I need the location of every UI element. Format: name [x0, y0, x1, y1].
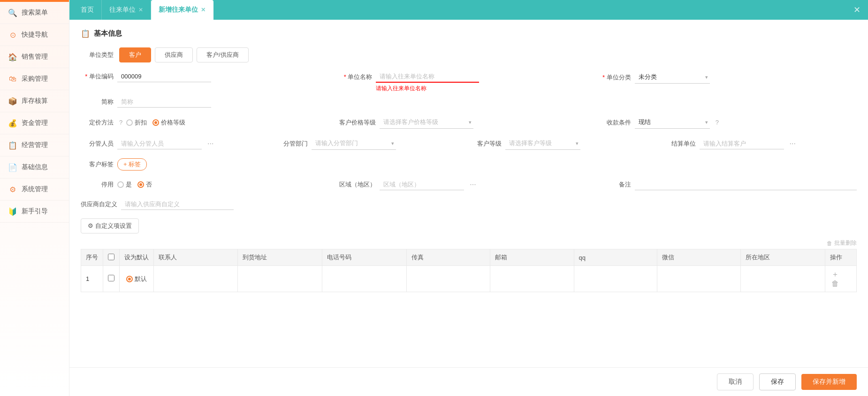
inventory-icon: 📦 [8, 96, 18, 106]
remark-input[interactable] [635, 179, 857, 190]
row-contact-input[interactable] [159, 275, 233, 282]
unit-category-cell: 单位分类 未分类 ▾ [598, 71, 857, 84]
row-address-input[interactable] [243, 275, 317, 282]
save-button[interactable]: 保存 [759, 373, 796, 390]
chevron-down-icon4: ▾ [391, 140, 394, 147]
col-fax: 传真 [407, 249, 490, 266]
disabled-radio-no[interactable]: 否 [137, 180, 152, 189]
sidebar-item-label: 资金管理 [22, 119, 48, 127]
pricing-radio-discount[interactable]: 折扣 [126, 118, 147, 127]
row-region-input[interactable] [746, 275, 820, 282]
customer-price-select[interactable]: 请选择客户价格等级 ▾ [380, 116, 473, 129]
sidebar-item-sales[interactable]: 🏠 销售管理 [0, 46, 69, 68]
custom-settings-button[interactable]: ⚙ 自定义项设置 [81, 218, 139, 233]
row-action-cell: ＋ 🗑 [825, 266, 856, 292]
tab-newpartner-close[interactable]: ✕ [201, 7, 206, 13]
row-delete-btn[interactable]: 🗑 [831, 280, 839, 287]
region-input[interactable] [380, 179, 464, 190]
settlement-input[interactable] [700, 138, 784, 149]
region-label: 区域（地区） [339, 180, 376, 189]
row-address[interactable] [238, 266, 322, 292]
unit-name-cell: 单位名称 请输入往来单位名称 [339, 71, 598, 93]
row-qq[interactable] [574, 266, 657, 292]
type-buttons-group: 客户 供应商 客户/供应商 [119, 47, 249, 62]
unit-name-input[interactable] [376, 71, 479, 83]
supplier-custom-input[interactable] [121, 199, 234, 210]
tag-label: 客户标签 [81, 160, 114, 169]
type-btn-customer[interactable]: 客户 [119, 47, 151, 62]
sidebar-item-newbie[interactable]: 🔰 新手引导 [0, 201, 69, 223]
payment-question-icon[interactable]: ? [716, 119, 719, 126]
row-default-label: 默认 [135, 275, 147, 283]
trash-icon: 🗑 [827, 240, 832, 247]
unit-type-label: 单位类型 [81, 51, 114, 59]
chevron-down-icon2: ▾ [469, 119, 472, 125]
sidebar-item-quicknav[interactable]: ⊙ 快捷导航 [0, 24, 69, 46]
sidebar-item-basicinfo[interactable]: 📄 基础信息 [0, 156, 69, 179]
pricing-question-icon[interactable]: ? [119, 119, 122, 126]
chevron-down-icon5: ▾ [576, 140, 579, 147]
row-contact[interactable] [154, 266, 238, 292]
col-checkbox [103, 249, 120, 266]
tab-newpartner-label: 新增往来单位 [159, 6, 198, 14]
tag-row: 客户标签 + 标签 [81, 158, 857, 171]
row-checkbox[interactable] [108, 275, 114, 281]
region-more-btn[interactable]: ··· [468, 180, 478, 189]
sidebar-item-purchase[interactable]: 🛍 采购管理 [0, 68, 69, 90]
customer-level-select[interactable]: 请选择客户等级 ▾ [505, 137, 580, 150]
row-fax[interactable] [407, 266, 490, 292]
sidebar-item-operations[interactable]: 📋 经营管理 [0, 134, 69, 156]
unit-code-input[interactable] [117, 71, 211, 82]
disabled-radio-yes-label: 是 [126, 180, 132, 189]
manager-cell: 分管人员 ··· [81, 138, 275, 149]
manager-input[interactable] [117, 138, 202, 149]
tab-home-label: 首页 [81, 6, 94, 14]
type-btn-both[interactable]: 客户/供应商 [197, 47, 249, 62]
cancel-button[interactable]: 取消 [717, 373, 754, 390]
close-all-button[interactable]: ✕ [853, 5, 860, 15]
type-btn-supplier[interactable]: 供应商 [155, 47, 193, 62]
row-email-input[interactable] [495, 275, 569, 282]
save-new-button[interactable]: 保存并新增 [801, 374, 857, 390]
tab-partner-close[interactable]: ✕ [138, 7, 143, 13]
manager-more-btn[interactable]: ··· [206, 140, 215, 148]
tag-cell: 客户标签 + 标签 [81, 158, 857, 171]
row-phone[interactable] [322, 266, 407, 292]
row-default-radio[interactable]: 默认 [124, 275, 149, 283]
abbr-input[interactable] [117, 96, 211, 108]
settlement-cell: 结算单位 ··· [663, 138, 857, 149]
row-checkbox-cell [103, 266, 120, 292]
table-select-all[interactable] [108, 254, 114, 260]
sidebar-item-search[interactable]: 🔍 搜索菜单 [0, 2, 69, 24]
pricing-method-cell: 定价方法 ? 折扣 价格等级 [81, 118, 339, 127]
sidebar-item-finance[interactable]: 💰 资金管理 [0, 112, 69, 134]
pricing-row: 定价方法 ? 折扣 价格等级 客户价格等级 请选择客户价格等级 [81, 116, 857, 129]
row-region[interactable] [740, 266, 825, 292]
row-qq-input[interactable] [579, 275, 652, 282]
row-add-btn[interactable]: ＋ [831, 270, 839, 278]
row-fax-input[interactable] [411, 275, 485, 282]
row-email[interactable] [490, 266, 574, 292]
form-content: 📋 基本信息 单位类型 客户 供应商 客户/供应商 单位编码 单位名 [69, 20, 868, 367]
tab-newpartner[interactable]: 新增往来单位 ✕ [151, 0, 213, 20]
disabled-radio-yes[interactable]: 是 [117, 180, 132, 189]
tag-add-button[interactable]: + 标签 [117, 158, 147, 171]
sidebar-item-system[interactable]: ⚙ 系统管理 [0, 179, 69, 201]
row-wechat[interactable] [657, 266, 740, 292]
pricing-radio-discount-label: 折扣 [135, 118, 147, 127]
unit-category-select[interactable]: 未分类 ▾ [635, 71, 710, 84]
sidebar-item-label: 系统管理 [22, 185, 48, 194]
batch-delete-label[interactable]: 批量删除 [834, 239, 857, 247]
row-wechat-input[interactable] [662, 275, 736, 282]
settlement-more-btn[interactable]: ··· [788, 140, 798, 148]
supplier-custom-label: 供应商自定义 [81, 200, 117, 209]
dept-select[interactable]: 请输入分管部门 ▾ [312, 137, 396, 150]
disabled-radio-no-label: 否 [146, 180, 152, 189]
pricing-radio-level[interactable]: 价格等级 [152, 118, 185, 127]
tab-home[interactable]: 首页 [73, 0, 102, 20]
payment-terms-select[interactable]: 现结 ▾ [635, 116, 710, 129]
tab-partner[interactable]: 往来单位 ✕ [102, 0, 151, 20]
row-phone-input[interactable] [327, 275, 402, 282]
sidebar-item-inventory[interactable]: 📦 库存核算 [0, 90, 69, 112]
row-default-radio-circle [126, 276, 133, 282]
